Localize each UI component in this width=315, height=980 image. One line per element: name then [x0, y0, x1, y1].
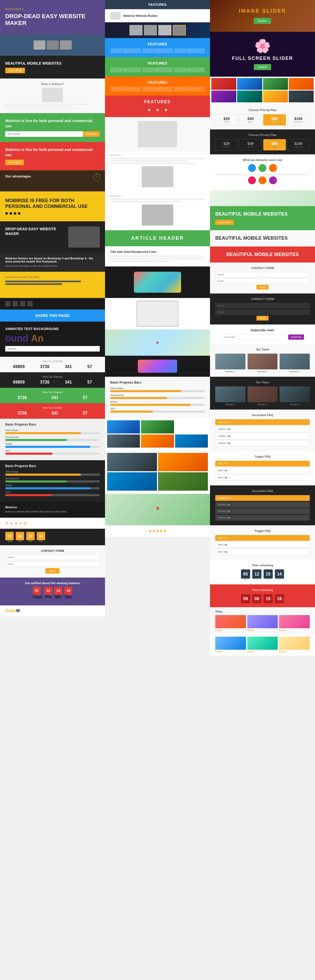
gal-item-6[interactable]	[237, 91, 262, 102]
acc1-item-4[interactable]: Section 4 ▶	[215, 440, 310, 446]
contact1-name[interactable]	[215, 272, 310, 277]
stat2-item-2: 3726	[40, 380, 49, 385]
shop-item-2[interactable]: $24.99	[247, 615, 278, 632]
thumb-1	[129, 25, 143, 35]
beautiful1-btn[interactable]: Learn More	[215, 220, 234, 225]
cnt-hrs-box: 12	[16, 532, 24, 540]
social-icon-4[interactable]	[27, 301, 33, 306]
dark-info-heading: Mobirise	[5, 506, 100, 509]
gal-item-4[interactable]	[289, 78, 314, 90]
notify-heading: Get notified about this amazing features	[5, 581, 100, 585]
gal-item-7[interactable]	[263, 91, 288, 102]
tog2-item-1[interactable]: Item 1 ▼	[215, 535, 310, 541]
thumb-3	[158, 25, 172, 35]
stat-value-3: 341	[65, 364, 72, 369]
images-grid-section-2	[105, 451, 210, 494]
gal-item-5[interactable]	[211, 91, 236, 102]
beautiful2-heading: BEAUTIFUL MOBILE WEBSITES	[215, 235, 310, 241]
acc1-item-3[interactable]: Section 3 ▶	[215, 433, 310, 439]
stat4-item-3: 57	[83, 411, 88, 415]
contact-email-input[interactable]	[5, 562, 100, 567]
testimonial-row-2	[215, 177, 310, 184]
social-icon-1[interactable]	[5, 301, 11, 306]
tog1-item-3[interactable]: Item 3 ▶	[215, 474, 310, 481]
feat-blue-1: ●	[110, 48, 141, 53]
red-band-free: Mobirise is free for both personal and c…	[0, 142, 105, 170]
gal-item-3[interactable]	[263, 78, 288, 90]
share-heading: SHARE THIS PAGE!	[5, 313, 100, 318]
content-line	[110, 199, 205, 200]
tog1-item-1[interactable]: Item 1 ▼	[215, 461, 310, 466]
shop2-item-2[interactable]: $34.99	[247, 636, 278, 653]
feat-blue-3: ●	[174, 48, 205, 53]
yellow2-text: Mobirise free Bootstrap 4 site builder	[5, 276, 100, 278]
contact1-submit[interactable]: Send	[256, 285, 268, 290]
gallery-img-9	[107, 472, 157, 491]
gal-item-1[interactable]	[211, 78, 236, 90]
column-2: Features Mobirise Website Builder Featur…	[105, 0, 210, 655]
map-location-dot	[156, 342, 159, 344]
acc1-item-2[interactable]: Section 2 ▶	[215, 426, 310, 432]
timer2-hrs: 06	[252, 594, 261, 603]
dark-info-body: Build your website with powerful drag an…	[5, 510, 100, 514]
animated-search-input[interactable]	[5, 346, 100, 352]
timer1-sec-box: 14	[275, 570, 284, 579]
bootstrap2-lines	[110, 199, 205, 202]
image-slider-section: IMAGE SLIDER Explore	[210, 0, 315, 32]
contact-submit-btn[interactable]: Send	[45, 568, 59, 574]
gallery-img-1	[107, 420, 140, 433]
shop-item-3[interactable]: $14.99	[279, 615, 310, 632]
contact2-email[interactable]	[215, 310, 310, 315]
social-icon-3[interactable]	[20, 301, 25, 306]
tog2-item-2[interactable]: Item 2 ▶	[215, 542, 310, 548]
features-green-section: Features ● ● ●	[105, 57, 210, 76]
shop2-item-3[interactable]: $18.99	[279, 636, 310, 653]
progress-bar-dark-2: Development	[5, 477, 100, 482]
subscribe-email-input[interactable]	[5, 131, 83, 137]
stats1-numbers: 69809 3726 341 57	[5, 364, 100, 369]
contact2-submit[interactable]: Send	[256, 316, 268, 321]
cnt-min-box: 15	[26, 532, 35, 540]
gal-item-2[interactable]	[237, 78, 262, 90]
subscribe-btn[interactable]: Subscribe	[288, 334, 304, 340]
features-orange-grid: ● ● ●	[110, 87, 205, 92]
team2-member-1: Member 1	[215, 387, 245, 406]
timer2-sec: 16	[275, 594, 284, 603]
gal-item-8[interactable]	[289, 91, 314, 102]
contact1-email[interactable]	[215, 278, 310, 284]
contact2-name[interactable]	[215, 303, 310, 308]
subscribe-input[interactable]	[221, 334, 287, 340]
hero2-btn[interactable]: Learn More	[5, 68, 25, 73]
contact-name-input[interactable]	[5, 555, 100, 560]
tog2-item-3[interactable]: Item 3 ▶	[215, 549, 310, 555]
price2-2-name: Basic	[241, 146, 260, 148]
team1-title: Our Team	[215, 348, 310, 351]
shop2-item-1[interactable]: $29.99	[215, 636, 246, 653]
subscribe-btn[interactable]: Subscribe	[83, 131, 100, 137]
tog1-item-2[interactable]: Item 2 ▶	[215, 467, 310, 474]
stat3-value-3: 57	[83, 395, 88, 400]
feat-blue-2: ●	[142, 48, 173, 53]
acc2-item-1[interactable]: Section 1 ▼	[215, 495, 310, 501]
shop-item-1[interactable]: $19.99	[215, 615, 246, 632]
acc2-item-4[interactable]: Section 4 ▶	[215, 515, 310, 520]
beautiful-light-section: BEAUTIFUL MOBILE WEBSITES	[210, 230, 315, 247]
yellow2-section: Mobirise free Bootstrap 4 site builder	[0, 272, 105, 298]
shop2-price-3: $18.99	[279, 651, 310, 653]
timer2-days: 09	[241, 594, 250, 603]
feat-green-2: ●	[142, 67, 173, 72]
acc2-item-3[interactable]: Section 3 ▶	[215, 508, 310, 514]
fullscreen-slider-btn[interactable]: Explore	[254, 64, 271, 70]
animated-big-text1: ound	[5, 333, 29, 344]
social-icon-2[interactable]	[13, 301, 18, 306]
acc1-item-1[interactable]: Section 1 ▼	[215, 419, 310, 425]
stat2-item-4: 57	[88, 380, 92, 385]
price2-item-4: $190 Enterprise	[287, 139, 310, 150]
image-slider-btn[interactable]: Explore	[254, 18, 271, 24]
thumb-active[interactable]	[173, 25, 186, 35]
timer2-title: Time remaining	[215, 588, 310, 592]
shop-title: Shop	[215, 610, 310, 613]
acc2-item-2[interactable]: Section 2 ▶	[215, 502, 310, 508]
red-band-btn[interactable]: Learn More	[5, 160, 24, 165]
price-1-value: $29	[217, 116, 236, 121]
